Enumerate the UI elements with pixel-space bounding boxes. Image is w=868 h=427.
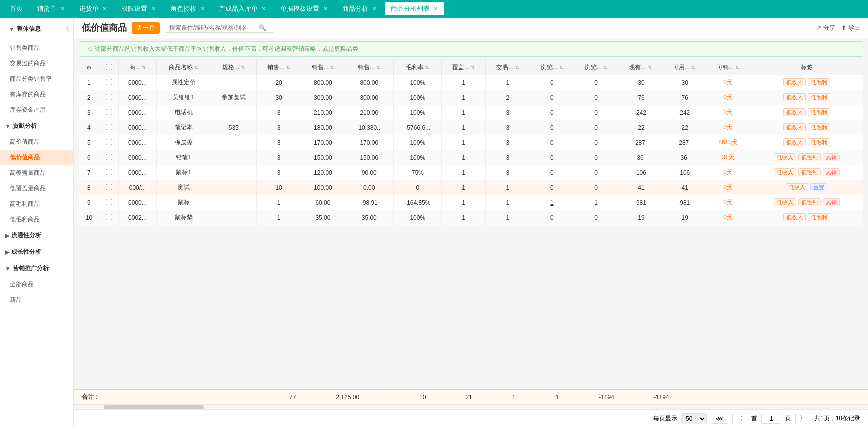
nav-permission[interactable]: 权限设置 ✕ [115, 2, 162, 15]
cell-checkbox[interactable] [99, 75, 118, 90]
first-page-btn[interactable]: ⋘ [711, 414, 728, 424]
sidebar-item-high-margin[interactable]: 高毛利商品 [0, 196, 73, 212]
sidebar-group-contribution[interactable]: ▼ 贡献分析 [0, 118, 73, 134]
col-spec[interactable]: 规格... ⇅ [211, 60, 257, 75]
next-page-btn[interactable]: 〉 [795, 413, 810, 424]
col-current[interactable]: 现有... ⇅ [618, 60, 662, 75]
sidebar-item-traded-goods[interactable]: 交易过的商品 [0, 56, 73, 71]
browse1-link[interactable]: 1 [550, 199, 554, 206]
sidebar-item-category-rate[interactable]: 商品分类销售率 [0, 71, 73, 87]
search-icon[interactable]: 🔍 [259, 24, 266, 31]
browse1-val: 0 [550, 169, 554, 176]
col-available[interactable]: 可用... ⇅ [662, 60, 706, 75]
col-s3[interactable]: 销售... ⇅ [345, 60, 393, 75]
cell-browse1[interactable]: 1 [530, 195, 574, 210]
sidebar-item-high-coverage[interactable]: 高覆盖量商品 [0, 165, 73, 181]
col-checkbox[interactable] [99, 60, 118, 75]
filter-recent-month-btn[interactable]: 近一月 [132, 22, 160, 34]
cell-s2: 300.00 [301, 90, 345, 105]
nav-role-close[interactable]: ✕ [200, 5, 205, 12]
cell-checkbox[interactable] [99, 120, 118, 135]
select-all-checkbox[interactable] [106, 64, 112, 70]
col-code[interactable]: 商... ⇅ [119, 60, 156, 75]
sidebar-item-stock-fund[interactable]: 库存资金占用 [0, 102, 73, 118]
share-label: 分享 [823, 24, 835, 32]
nav-permission-close[interactable]: ✕ [151, 5, 156, 12]
nav-warehouse[interactable]: 产成品入库单 ✕ [213, 2, 273, 15]
col-coverage[interactable]: 覆盖... ⇅ [441, 60, 485, 75]
cell-checkbox[interactable] [99, 135, 118, 150]
nav-sales-close[interactable]: ✕ [60, 5, 65, 12]
cell-checkbox[interactable] [99, 180, 118, 195]
sidebar-group-growth[interactable]: ▶ 成长性分析 [0, 244, 73, 260]
col-settings[interactable]: ⚙ [79, 60, 99, 75]
share-btn[interactable]: ↗ 分享 [816, 24, 835, 32]
tag: 热销 [823, 198, 840, 206]
sidebar-item-low-value[interactable]: 低价值商品 [0, 150, 73, 165]
scrollbar-thumb[interactable] [104, 405, 204, 409]
nav-analysis[interactable]: 商品分析 ✕ [336, 2, 383, 15]
cell-current: 287 [618, 135, 662, 150]
nav-sales[interactable]: 销货单 ✕ [31, 2, 71, 15]
sidebar-group-marketing[interactable]: ▼ 营销推广分析 [0, 260, 73, 277]
col-name[interactable]: 商品名称 ⇅ [156, 60, 211, 75]
nav-template[interactable]: 单据模板设置 ✕ [274, 2, 334, 15]
nav-template-close[interactable]: ✕ [323, 5, 328, 12]
row-checkbox[interactable] [106, 94, 112, 100]
cell-checkbox[interactable] [99, 165, 118, 180]
row-checkbox[interactable] [106, 169, 112, 175]
nav-analysis-list-close[interactable]: ✕ [434, 5, 438, 12]
cell-code: 0000... [119, 105, 156, 120]
nav-analysis-list[interactable]: 商品分析列表 ✕ [385, 2, 444, 15]
sidebar-collapse-btn[interactable]: 《 [62, 25, 69, 34]
cell-checkbox[interactable] [99, 210, 118, 225]
row-checkbox[interactable] [106, 109, 112, 115]
tag: 低收入 [783, 123, 806, 131]
sidebar-item-low-coverage[interactable]: 低覆盖量商品 [0, 181, 73, 196]
nav-purchase[interactable]: 进货单 ✕ [73, 2, 114, 15]
col-s2[interactable]: 销售... ⇅ [301, 60, 345, 75]
cell-s3: 170.00 [345, 135, 393, 150]
sidebar-item-sales-goods[interactable]: 销售类商品 [0, 40, 73, 56]
nav-role[interactable]: 角色授权 ✕ [164, 2, 211, 15]
cell-checkbox[interactable] [99, 105, 118, 120]
row-checkbox[interactable] [106, 154, 112, 160]
row-checkbox[interactable] [106, 184, 112, 190]
col-saleable[interactable]: 可销... ⇅ [706, 60, 750, 75]
sidebar-group-overall[interactable]: ▼ 整体信息 [4, 21, 46, 37]
sidebar-item-new-goods[interactable]: 新品 [0, 292, 73, 308]
page-number-input[interactable] [761, 414, 781, 424]
nav-home[interactable]: 首页 [4, 2, 29, 15]
search-input[interactable] [169, 24, 259, 31]
cell-checkbox[interactable] [99, 195, 118, 210]
sidebar-group-circulation[interactable]: ▶ 流通性分析 [0, 227, 73, 244]
table-container[interactable]: ⚙ 商... ⇅ 商品名称 ⇅ 规格... ⇅ 销售... ⇅ 销售... ⇅ … [74, 60, 868, 389]
row-checkbox[interactable] [106, 124, 112, 130]
sidebar-item-low-margin[interactable]: 低毛利商品 [0, 212, 73, 227]
search-box: 🔍 [165, 23, 274, 33]
col-margin[interactable]: 毛利率 ⇅ [393, 60, 441, 75]
day-label: 0天 [723, 79, 733, 86]
horizontal-scrollbar[interactable] [74, 404, 868, 409]
export-btn[interactable]: ⬆ 导出 [841, 24, 860, 32]
sidebar-item-stock-goods[interactable]: 有库存的商品 [0, 87, 73, 102]
col-s1[interactable]: 销售... ⇅ [257, 60, 301, 75]
row-checkbox[interactable] [106, 214, 112, 220]
nav-purchase-close[interactable]: ✕ [102, 5, 107, 12]
cell-checkbox[interactable] [99, 150, 118, 165]
per-page-select[interactable]: 50 20 100 [681, 413, 707, 424]
row-checkbox[interactable] [106, 79, 112, 85]
nav-analysis-close[interactable]: ✕ [372, 5, 377, 12]
row-checkbox[interactable] [106, 139, 112, 145]
cell-no: 8 [79, 180, 99, 195]
cell-s1: 1 [257, 210, 301, 225]
row-checkbox[interactable] [106, 199, 112, 205]
prev-page-btn[interactable]: 〈 [732, 413, 747, 424]
sidebar-item-all-goods[interactable]: 全部商品 [0, 277, 73, 292]
sidebar-item-high-value[interactable]: 高价值商品 [0, 134, 73, 150]
col-trade[interactable]: 交易... ⇅ [486, 60, 530, 75]
nav-warehouse-close[interactable]: ✕ [261, 5, 266, 12]
cell-checkbox[interactable] [99, 90, 118, 105]
col-browse2[interactable]: 浏览... ⇅ [574, 60, 618, 75]
col-browse1[interactable]: 浏览... ⇅ [530, 60, 574, 75]
